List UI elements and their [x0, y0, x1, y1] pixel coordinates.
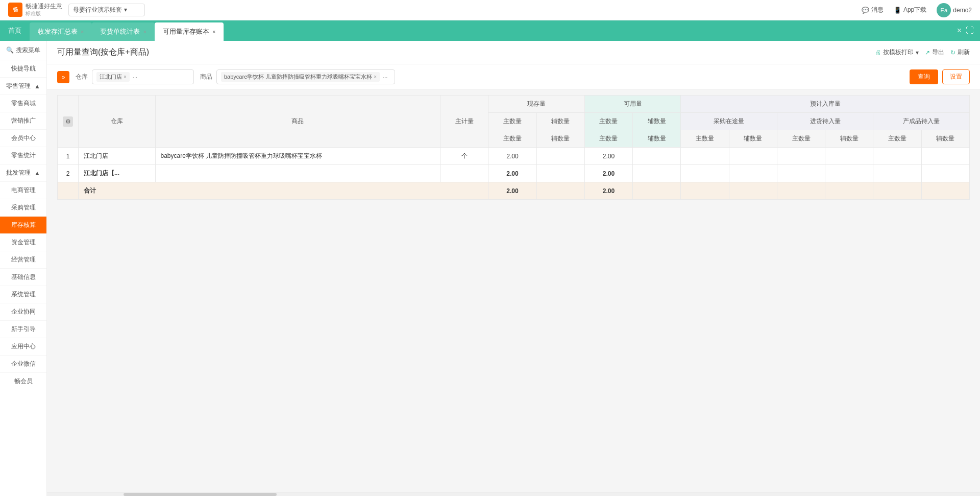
tab-home[interactable]: 首页: [0, 20, 30, 41]
warehouse-label: 仓库: [76, 73, 88, 81]
th-available-group: 可用量: [584, 96, 681, 113]
tab-close-receipt[interactable]: ×: [81, 29, 84, 35]
filter-bar: » 仓库 江北门店 × ··· 商品 babycare学饮杯 儿童防摔防撞吸管杯…: [47, 64, 980, 90]
tab-receipt-summary[interactable]: 收发存汇总表 ×: [30, 22, 92, 41]
row1-index: 1: [58, 148, 79, 165]
sidebar-item-app-center[interactable]: 应用中心: [0, 338, 46, 356]
export-icon: ↗: [925, 49, 930, 56]
row1-main-unit: 个: [440, 148, 488, 165]
row2-incoming-sub: [825, 165, 873, 182]
industry-selector-text: 母婴行业演示账套: [73, 6, 122, 14]
message-btn[interactable]: 💬 消息: [862, 6, 884, 14]
row1-purchase-main: [681, 148, 729, 165]
th-product: 商品: [155, 96, 440, 148]
sidebar-item-wholesale-mgmt[interactable]: 批发管理 ▲: [0, 164, 46, 182]
sidebar-item-inventory[interactable]: 库存核算: [0, 217, 46, 234]
search-icon: 🔍: [6, 46, 14, 54]
sidebar-item-chang-member[interactable]: 畅会员: [0, 373, 46, 390]
footer-label: 合计: [79, 182, 488, 200]
product-filter-field: 商品 babycare学饮杯 儿童防摔防撞吸管杯重力球吸嘴杯宝宝水杯 × ···: [200, 69, 395, 84]
warehouse-tag-close-1[interactable]: ×: [124, 74, 127, 80]
sidebar: 🔍 搜索菜单 快捷导航 零售管理 ▲ 零售商城 营销推广 会员中心 零售统计 批…: [0, 41, 47, 496]
th-production-group: 产成品待入量: [873, 113, 970, 130]
industry-selector[interactable]: 母婴行业演示账套 ▾: [68, 4, 145, 16]
th-warehouse: 仓库: [79, 96, 156, 148]
footer-purchase-sub: [729, 182, 777, 200]
product-tag-close-1[interactable]: ×: [374, 74, 377, 80]
user-profile-btn[interactable]: Ea demo2: [937, 3, 972, 17]
scroll-thumb[interactable]: [124, 493, 277, 496]
warehouse-more: ···: [133, 74, 137, 80]
chevron-icon-wholesale: ▲: [34, 170, 40, 177]
tab-order-stats[interactable]: 要货单统计表 ×: [92, 22, 154, 41]
th-production-sub: 辅数量: [921, 130, 969, 148]
print-btn[interactable]: 🖨 按模板打印 ▾: [875, 48, 919, 57]
sidebar-item-retail-stats[interactable]: 零售统计: [0, 147, 46, 164]
th-incoming-group: 进货待入量: [777, 113, 873, 130]
th-stock-sub: 辅数量: [536, 130, 584, 148]
row1-incoming-sub: [825, 148, 873, 165]
row2-product: [155, 165, 440, 182]
tab-close-order[interactable]: ×: [143, 29, 146, 35]
th-available-main-sub: 主数量: [584, 113, 632, 130]
tab-available-inventory[interactable]: 可用量库存账本 ×: [155, 22, 224, 41]
product-input[interactable]: babycare学饮杯 儿童防摔防撞吸管杯重力球吸嘴杯宝宝水杯 × ···: [216, 69, 395, 84]
sidebar-search[interactable]: 🔍 搜索菜单: [0, 41, 46, 60]
sidebar-item-enterprise-collab[interactable]: 企业协同: [0, 303, 46, 321]
app-download-btn[interactable]: 📱 App下载: [894, 6, 926, 14]
row1-incoming-main: [777, 148, 825, 165]
sidebar-item-marketing[interactable]: 营销推广: [0, 112, 46, 130]
th-purchase-sub: 辅数量: [729, 130, 777, 148]
warehouse-input[interactable]: 江北门店 × ···: [92, 69, 194, 84]
row1-warehouse: 江北门店: [79, 148, 156, 165]
sidebar-item-operations[interactable]: 经营管理: [0, 251, 46, 269]
sidebar-item-retail-mall[interactable]: 零售商城: [0, 95, 46, 112]
product-more: ···: [383, 74, 387, 80]
footer-incoming-main: [777, 182, 825, 200]
content-area: 可用量查询(按仓库+商品) 🖨 按模板打印 ▾ ↗ 导出 ↻ 刷新 »: [47, 41, 980, 496]
th-stock-sub-sub: 辅数量: [536, 113, 584, 130]
settings-btn[interactable]: 设置: [942, 69, 970, 84]
row1-available-sub: [633, 148, 681, 165]
footer-available-sub: [633, 182, 681, 200]
brand-info: 畅捷通好生意 标准版: [26, 3, 62, 17]
export-btn[interactable]: ↗ 导出: [925, 48, 944, 57]
close-all-tabs-btn[interactable]: ×: [957, 26, 962, 35]
refresh-btn[interactable]: ↻ 刷新: [950, 48, 970, 57]
sidebar-item-ecommerce[interactable]: 电商管理: [0, 182, 46, 199]
row2-warehouse: 江北门店【...: [79, 165, 156, 182]
page-header: 可用量查询(按仓库+商品) 🖨 按模板打印 ▾ ↗ 导出 ↻ 刷新: [47, 41, 980, 64]
th-main-unit: 主计量: [440, 96, 488, 148]
column-settings-icon[interactable]: ⚙: [63, 116, 73, 127]
brand-sub: 标准版: [26, 10, 62, 17]
warehouse-filter-field: 仓库 江北门店 × ···: [76, 69, 194, 84]
th-settings[interactable]: ⚙: [58, 96, 79, 148]
tab-close-inventory[interactable]: ×: [212, 29, 215, 35]
expand-filter-btn[interactable]: »: [57, 71, 69, 83]
brand-name: 畅捷通好生意: [26, 3, 62, 10]
sidebar-item-basic-info[interactable]: 基础信息: [0, 269, 46, 286]
sidebar-item-retail-mgmt[interactable]: 零售管理 ▲: [0, 78, 46, 95]
scroll-bar[interactable]: [47, 492, 980, 496]
th-purchase-group: 采购在途量: [681, 113, 777, 130]
top-bar-left: 畅 畅捷通好生意 标准版 母婴行业演示账套 ▾: [8, 3, 145, 17]
nav-right-buttons: × ⛶: [957, 26, 980, 35]
sidebar-item-purchase[interactable]: 采购管理: [0, 199, 46, 217]
sidebar-item-enterprise-wechat[interactable]: 企业微信: [0, 356, 46, 373]
row1-stock-sub: [536, 148, 584, 165]
sidebar-item-finance[interactable]: 资金管理: [0, 234, 46, 251]
query-btn[interactable]: 查询: [910, 69, 938, 84]
row2-incoming-main: [777, 165, 825, 182]
sidebar-item-member-center[interactable]: 会员中心: [0, 130, 46, 147]
row2-purchase-sub: [729, 165, 777, 182]
sidebar-item-system-mgmt[interactable]: 系统管理: [0, 286, 46, 303]
row1-production-main: [873, 148, 921, 165]
footer-purchase-main: [681, 182, 729, 200]
sidebar-item-newbie-guide[interactable]: 新手引导: [0, 321, 46, 338]
page-title: 可用量查询(按仓库+商品): [57, 47, 149, 58]
sidebar-item-quick-nav[interactable]: 快捷导航: [0, 60, 46, 78]
fullscreen-btn[interactable]: ⛶: [966, 26, 974, 35]
footer-production-main: [873, 182, 921, 200]
download-icon: 📱: [894, 7, 901, 14]
table-footer-row: 合计 2.00 2.00: [58, 182, 970, 200]
